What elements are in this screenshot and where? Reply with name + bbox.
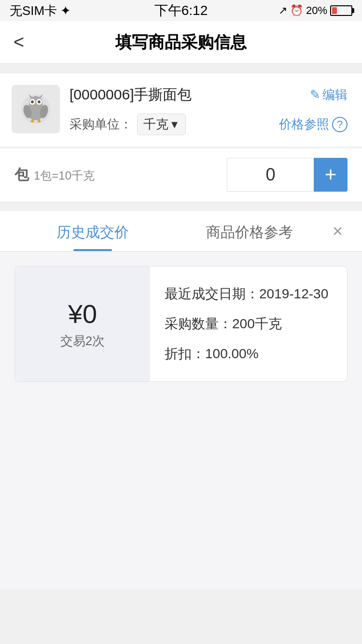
- unit-dropdown[interactable]: 千克 ▾: [137, 113, 186, 135]
- nav-bar: < 填写商品采购信息: [0, 21, 362, 64]
- svg-point-7: [31, 100, 34, 103]
- package-char: 包: [14, 165, 29, 185]
- quantity-section: 包 1包=10千克 0 +: [0, 148, 362, 201]
- transaction-card: ¥0 交易2次 最近成交日期：2019-12-30 采购数量：200千克 折扣：…: [14, 266, 348, 382]
- status-bar: 无SIM卡 ✦ 下午6:12 ↗ ⏰ 20%: [0, 0, 362, 21]
- help-icon: ?: [332, 117, 348, 132]
- quantity-input[interactable]: 0: [227, 158, 314, 192]
- tab-product-price-ref[interactable]: 商品价格参考: [171, 211, 327, 251]
- dropdown-arrow-icon: ▾: [171, 117, 178, 132]
- discount-value: 100.00%: [205, 346, 259, 361]
- quantity-unit-label: 包 1包=10千克: [14, 165, 95, 185]
- location-icon: ↗: [278, 4, 287, 17]
- time-text: 下午6:12: [154, 1, 208, 20]
- edit-button[interactable]: ✎ 编辑: [310, 86, 348, 103]
- battery-percent: 20%: [306, 4, 327, 17]
- page-title: 填写商品采购信息: [115, 31, 247, 54]
- content-area: ¥0 交易2次 最近成交日期：2019-12-30 采购数量：200千克 折扣：…: [0, 252, 362, 589]
- tab-history-label: 历史成交价: [56, 224, 129, 240]
- unit-value: 千克: [143, 116, 168, 133]
- product-id: [0000006]: [70, 86, 134, 102]
- product-title: 手撕面包: [134, 86, 192, 102]
- discount-label: 折扣：: [165, 346, 205, 361]
- edit-icon: ✎: [310, 87, 320, 102]
- package-desc: 1包=10千克: [34, 168, 95, 183]
- transaction-qty-row: 采购数量：200千克: [165, 314, 333, 334]
- quantity-control: 0 +: [227, 158, 348, 192]
- product-card: [0000006]手撕面包 ✎ 编辑 采购单位： 千克 ▾ 价格参照 ?: [0, 73, 362, 147]
- latest-date-label: 最近成交日期：: [165, 286, 259, 301]
- edit-label: 编辑: [322, 86, 348, 103]
- unit-label: 采购单位：: [70, 116, 132, 133]
- transaction-price: ¥0: [68, 299, 97, 329]
- product-name: [0000006]手撕面包: [70, 85, 192, 105]
- product-info: [0000006]手撕面包 ✎ 编辑 采购单位： 千克 ▾ 价格参照 ?: [70, 85, 348, 135]
- close-tabs-button[interactable]: ×: [328, 211, 348, 251]
- tabs-container: 历史成交价 商品价格参考 ×: [0, 211, 362, 252]
- transaction-discount-row: 折扣：100.00%: [165, 344, 333, 364]
- purchase-qty-label: 采购数量：: [165, 316, 232, 331]
- transaction-left: ¥0 交易2次: [15, 266, 150, 381]
- price-reference-button[interactable]: 价格参照 ?: [279, 116, 348, 133]
- product-logo: [19, 92, 53, 126]
- transaction-date-row: 最近成交日期：2019-12-30: [165, 284, 333, 304]
- svg-point-8: [38, 100, 41, 103]
- price-reference-label: 价格参照: [279, 116, 329, 133]
- tab-product-price-ref-label: 商品价格参考: [206, 224, 293, 240]
- back-button[interactable]: <: [14, 32, 24, 53]
- transaction-count: 交易2次: [60, 333, 105, 350]
- latest-date-value: 2019-12-30: [259, 286, 328, 301]
- transaction-right: 最近成交日期：2019-12-30 采购数量：200千克 折扣：100.00%: [150, 266, 347, 381]
- carrier-text: 无SIM卡 ✦: [10, 2, 71, 19]
- tab-history-price[interactable]: 历史成交价: [14, 211, 171, 251]
- purchase-qty-value: 200千克: [232, 316, 282, 331]
- status-right: ↗ ⏰ 20%: [278, 4, 352, 17]
- product-image: [12, 85, 60, 133]
- alarm-icon: ⏰: [290, 4, 303, 17]
- plus-button[interactable]: +: [314, 158, 348, 192]
- battery-icon: [330, 5, 352, 16]
